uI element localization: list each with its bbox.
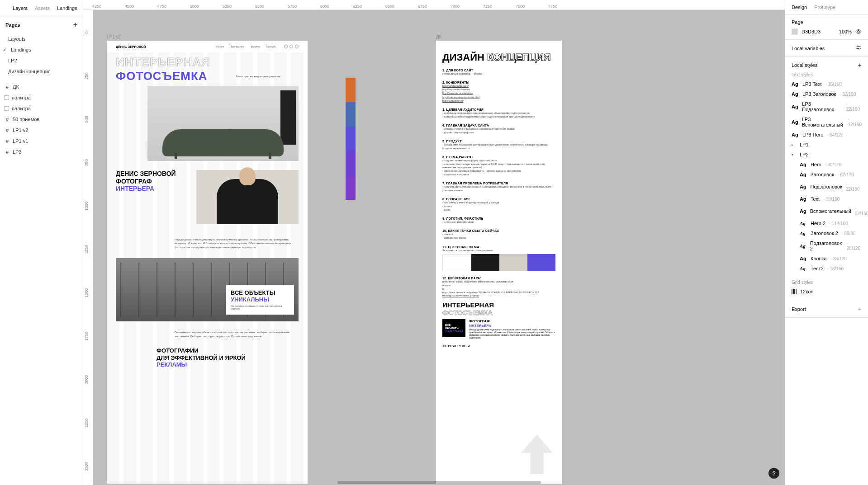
color-swatch[interactable] [346, 175, 356, 200]
local-variables-title: Local variables [792, 46, 825, 51]
style-group[interactable]: ▾LP2 [792, 150, 862, 160]
layer-item[interactable]: палитра [0, 92, 83, 103]
objects-card: ВСЕ ОБЪЕКТЫ УНИКАЛЬНЫ Со своими особенно… [226, 285, 294, 315]
tab-design[interactable]: Design [792, 5, 807, 10]
text-style-item[interactable]: AgLP3 Text · 16/160 [792, 79, 862, 89]
svg-point-2 [857, 46, 859, 47]
page-list: LayoutsLandingsLP2Дизайн концепция [0, 33, 83, 77]
text-style-item[interactable]: AgLP3 Заголовок · 32/120 [792, 89, 862, 99]
about-sub2: ИНТЕРЬЕРА [116, 185, 196, 192]
grid-columns-icon [792, 289, 797, 294]
artboard-lp1-v2[interactable]: ДЕНИС ЗЕРНОВОЙ УслугиПортфолиоПроцессТар… [107, 41, 308, 484]
hero-line1: ИНТЕРЬЕРНАЯ [107, 52, 308, 69]
site-header: ДЕНИС ЗЕРНОВОЙ УслугиПортфолиоПроцессТар… [107, 41, 308, 52]
text-style-item[interactable]: AgLP3 Hero · 64/120 [792, 130, 862, 140]
text-style-item[interactable]: AgHero 2 · 114/100 [792, 218, 862, 228]
frame-icon [5, 117, 10, 122]
dk-block: 12. ШРИФТОВАЯ ПАРА:пояснение, строго гра… [442, 277, 555, 339]
page-section-title: Page [792, 19, 862, 25]
text-style-item[interactable]: AgТест2 · 18/160 [792, 264, 862, 273]
text-style-item[interactable]: AgПодзаголовок 2 · 28/120 [792, 238, 862, 254]
palette-frame[interactable] [346, 78, 356, 200]
grid-styles-subtitle: Grid styles [792, 280, 862, 285]
text-style-item[interactable]: AgВспомогательный · 12/160 [792, 204, 862, 218]
add-page-button[interactable]: + [73, 21, 77, 29]
panel-local-variables: Local variables [785, 40, 868, 57]
objects-paragraph: Внимательно изучаю объект и использую по… [107, 321, 308, 338]
text-style-item[interactable]: AgЗаголовок · 62/120 [792, 170, 862, 179]
color-swatch[interactable] [346, 102, 356, 127]
frame-label-lp1v2[interactable]: LP1 v2 [107, 34, 121, 39]
photos-line2: ДЛЯ ЭФФЕКТИВНОЙ И ЯРКОЙ [157, 354, 299, 362]
ruler-vertical: 02505007501000125015001750200022502500 [83, 10, 93, 485]
layer-item[interactable]: LP3 [0, 146, 83, 157]
help-button[interactable]: ? [768, 468, 779, 479]
dk-title: ДИЗАЙН КОНЦЕПЦИЯ [442, 52, 555, 63]
objects-title2: УНИКАЛЬНЫ [231, 296, 289, 303]
color-swatch[interactable] [346, 127, 356, 151]
layer-item[interactable]: 50 приемов [0, 114, 83, 125]
style-group[interactable]: ▸LP1 [792, 140, 862, 150]
text-style-item[interactable]: AgПодзаголовок · 22/160 [792, 179, 862, 194]
export-title: Export [792, 306, 806, 312]
dk-block: 13. РЕФЕРЕНСЫ [442, 344, 555, 348]
section-photos: ФОТОГРАФИИ ДЛЯ ЭФФЕКТИВНОЙ И ЯРКОЙ РЕКЛА… [107, 338, 308, 368]
dk-block: 8. ВОЗРАЖЕНИЯ- сам сниму, у меня айфон/ф… [442, 198, 555, 212]
objects-title1: ВСЕ ОБЪЕКТЫ [231, 289, 289, 296]
text-style-item[interactable]: AgHero · 80/120 [792, 160, 862, 170]
settings-icon[interactable] [855, 44, 862, 52]
frame-label-dk[interactable]: ДК [436, 34, 442, 39]
visibility-icon[interactable] [855, 28, 862, 35]
page-item[interactable]: Дизайн концепция [0, 66, 83, 77]
pages-title: Pages [5, 22, 20, 28]
layer-list: ДКпалитрапалитра50 приемовLP1 v2LP1 v1LP… [0, 81, 83, 157]
logo: ДЕНИС ЗЕРНОВОЙ [116, 45, 146, 48]
tab-assets[interactable]: Assets [35, 5, 50, 11]
frame-icon [5, 149, 10, 155]
text-style-item[interactable]: AgКнопка · 28/120 [792, 254, 862, 264]
panel-local-styles: Local styles + Text styles AgLP3 Text · … [785, 57, 868, 301]
text-style-item[interactable]: AgLP3 Подзаголовок · 22/160 [792, 99, 862, 114]
pages-header: Pages + [0, 16, 83, 33]
section-about: ДЕНИС ЗЕРНОВОЙ ФОТОГРАФ ИНТЕРЬЕРА [107, 161, 308, 233]
nav: УслугиПортфолиоПроцессТарифы [216, 45, 276, 48]
grid-style-item[interactable]: 12кол [792, 287, 862, 297]
text-style-item[interactable]: AgLP3 Вспомогательный · 12/160 [792, 114, 862, 130]
tab-layers[interactable]: Layers [13, 5, 28, 11]
tab-prototype[interactable]: Prototype [814, 5, 835, 10]
color-swatch[interactable] [346, 151, 356, 175]
page-opacity[interactable]: 100% [839, 29, 852, 34]
canvas[interactable]: LP1 v2 ДК ДЕНИС ЗЕРНОВОЙ УслугиПортфолио… [93, 10, 785, 485]
right-panel: Design Prototype Page D3D3D3 100% Local … [785, 0, 868, 485]
dk-block: 10. КАКИЕ ТОЧКИ СБЫТА СЕЙЧАС- соцсети- с… [442, 229, 555, 240]
add-style-button[interactable]: + [858, 61, 862, 69]
layer-item[interactable]: палитра [0, 103, 83, 114]
add-export-button[interactable]: + [858, 306, 862, 313]
color-swatch[interactable] [346, 78, 356, 102]
dk-block: 11. ЦВЕТОВАЯ СХЕМАЗаполняется по сравнен… [442, 245, 555, 271]
page-item[interactable]: Landings [0, 44, 83, 55]
left-panel: Layers Assets Landings ⌄ Pages + Layouts… [0, 0, 83, 485]
about-paragraph: Иногда достаточно подчеркнуть несколько … [107, 233, 308, 258]
component-icon [5, 95, 9, 100]
text-style-item[interactable]: AgText · 18/160 [792, 194, 862, 204]
page-color-hex[interactable]: D3D3D3 [802, 29, 835, 34]
text-style-item[interactable]: AgЗаголовок 2 · 89/80 [792, 228, 862, 238]
panel-page: Page D3D3D3 100% [785, 15, 868, 40]
page-item[interactable]: Layouts [0, 33, 83, 44]
layer-item[interactable]: LP1 v2 [0, 125, 83, 136]
page-item[interactable]: LP2 [0, 55, 83, 66]
panel-export: Export + [785, 301, 868, 318]
about-name: ДЕНИС ЗЕРНОВОЙ [116, 170, 196, 178]
scrollbar-horizontal[interactable] [337, 481, 541, 484]
layer-item[interactable]: LP1 v1 [0, 136, 83, 146]
photos-line3: РЕКЛАМЫ [157, 361, 299, 368]
layer-item[interactable]: ДК [0, 81, 83, 92]
dk-block: 6. СХЕМА РАБОТЫ- получает заявку через ф… [442, 155, 555, 177]
page-color-swatch[interactable] [792, 28, 798, 35]
text-styles-subtitle: Text styles [792, 72, 862, 77]
file-name[interactable]: Landings [57, 5, 77, 11]
frame-icon [5, 84, 10, 89]
artboard-dk[interactable]: ДИЗАЙН КОНЦЕПЦИЯ 1. ДЛЯ КОГО САЙТИнтерье… [436, 41, 562, 484]
frame-icon [5, 138, 10, 144]
